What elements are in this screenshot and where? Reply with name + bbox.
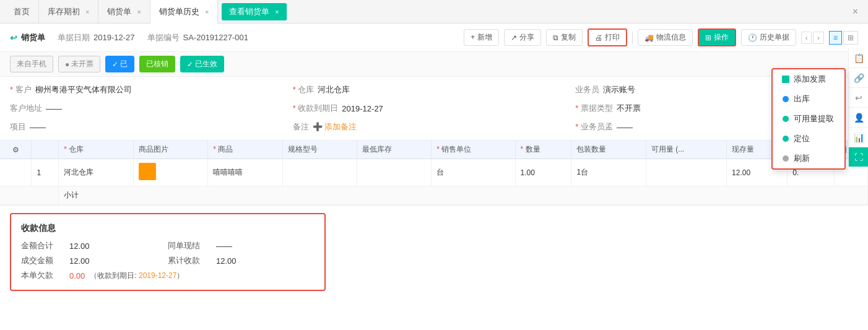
staff2-label: 业务员孟 [575,121,613,132]
operation-btn[interactable]: ⊞ 操作 [698,28,736,46]
same-order-row: 同单现结 —— [168,240,315,251]
right-btn-5[interactable]: 📊 [849,128,868,147]
product-img [139,163,156,180]
dropdown-add-invoice[interactable]: 添加发票 [773,69,844,89]
row-pack-qty: 1台 [571,159,646,186]
tab-check-sales[interactable]: 查看销货单 × [222,3,287,20]
doc-header: ↩ 销货单 单据日期 2019-12-27 单据编号 SA-20191227-0… [0,24,868,52]
doc-title-icon: ↩ [10,33,17,43]
row-sales-unit: 台 [432,159,515,186]
tab-check-sales-label: 查看销货单 [229,6,269,17]
row-gear [0,159,32,186]
right-toolbar: 📋 🔗 ↩ 👤 📊 ⛶ [848,48,868,167]
note-add-btn[interactable]: ➕ 添加备注 [313,121,357,132]
tab-sales-order[interactable]: 销货单 × [98,0,150,24]
view-grid-btn[interactable]: ⊞ [843,31,858,45]
tab-sales-order-close[interactable]: × [137,8,141,15]
copy-btn[interactable]: ⧉ 复制 [546,29,583,46]
row-min-stock [357,159,431,186]
refresh-icon [781,154,790,163]
col-spec: 规格型号 [282,141,357,159]
operation-icon: ⊞ [705,33,711,42]
right-btn-2[interactable]: 🔗 [849,68,868,88]
tab-check-sales-close[interactable]: × [275,8,279,15]
tab-inventory-init-close[interactable]: × [85,8,89,15]
from-phone-btn[interactable]: 来自手机 [10,56,53,72]
right-btn-1[interactable]: 📋 [849,48,868,68]
main-container: ↩ 销货单 单据日期 2019-12-27 单据编号 SA-20191227-0… [0,24,868,330]
doc-number-meta: 单据编号 SA-20191227-001 [147,32,249,43]
address-label: 客户地址 [10,103,42,114]
project-field: 项目 —— [10,121,293,132]
print-icon: 🖨 [595,33,602,42]
view-list-btn[interactable]: ≡ [829,31,842,45]
copy-label: 复制 [561,32,576,43]
next-arrow[interactable]: › [813,32,824,44]
dropdown-outbound[interactable]: 出库 [773,89,844,109]
history-icon: 🕐 [748,33,757,42]
prev-arrow[interactable]: ‹ [801,32,812,44]
doc-title: ↩ 销货单 [10,32,45,43]
not-opened-btn[interactable]: ● 未开票 [58,56,100,72]
transaction-row: 成交金额 12.00 [21,255,168,266]
check-label: 已 [120,59,128,69]
col-warehouse: * 仓库 [59,141,133,159]
dropdown-refresh[interactable]: 刷新 [773,149,844,168]
dropdown-available-pickup[interactable]: 可用量提取 [773,109,844,129]
available-pickup-label: 可用量提取 [794,113,834,124]
logistics-btn[interactable]: 🚚 物流信息 [638,29,693,46]
doc-number-label: 单据编号 [147,32,180,43]
same-order-label: 同单现结 [168,240,211,251]
tab-sales-history[interactable]: 销货单历史 × [150,0,218,24]
payment-date-label: 收款到期日 [293,103,339,114]
tab-home[interactable]: 首页 [5,0,39,24]
subtotal-row: 小计 [0,186,868,205]
tab-sales-history-close[interactable]: × [205,8,209,15]
separator-1 [632,32,633,44]
note-field: 备注 ➕ 添加备注 [293,121,576,132]
dropdown-locate[interactable]: 定位 [773,129,844,149]
print-btn[interactable]: 🖨 打印 [588,28,627,46]
tab-sales-order-label: 销货单 [107,6,131,17]
print-label: 打印 [605,32,620,43]
sold-out-btn[interactable]: 已核销 [139,56,175,72]
col-gear: ⚙ [0,141,32,159]
customer-label: 客户 [10,84,32,95]
table-row: 1 河北仓库 嘻嘻嘻嘻 台 1.00 1台 12.00 0. [0,159,868,186]
invoice-type-value: 不开票 [617,103,641,114]
col-product: * 商品 [208,141,282,159]
form-row-2: 客户地址 —— 收款到期日 2019-12-27 票据类型 不开票 [10,103,858,114]
right-btn-6[interactable]: ⛶ [849,147,868,167]
right-btn-4[interactable]: 👤 [849,108,868,128]
transaction-value: 12.00 [69,256,90,266]
transaction-label: 成交金额 [21,255,64,266]
doc-date-value: 2019-12-27 [93,33,135,42]
share-btn[interactable]: ↗ 分享 [504,29,541,46]
warehouse-label: 仓库 [293,84,315,95]
tab-bar-close-btn[interactable]: × [848,6,863,17]
staff-value: 演示账号 [603,84,635,95]
subtotal-label [0,186,59,205]
col-qty: * 数量 [515,141,571,159]
summary-section: 收款信息 金额合计 12.00 同单现结 —— 成交金额 12.00 累计收款 … [10,213,326,291]
tab-inventory-init[interactable]: 库存期初 × [39,0,98,24]
warehouse-value: 河北仓库 [318,84,350,95]
effective-btn[interactable]: ✓ 已生效 [180,56,224,72]
new-btn[interactable]: + 新增 [464,29,498,46]
refresh-label: 刷新 [794,153,810,164]
row-product-img [133,159,207,186]
payment-date-value: 2019-12-27 [342,104,383,113]
check-btn[interactable]: ✓ 已 [105,56,134,72]
row-product: 嘻嘻嘻嘻 [208,159,282,186]
right-btn-3[interactable]: ↩ [849,88,868,108]
due-note: （收款到期日: 2019-12-27） [90,271,184,281]
not-opened-label: 未开票 [71,59,93,69]
row-warehouse: 河北仓库 [59,159,133,186]
doc-number-value: SA-20191227-001 [183,33,249,42]
doc-actions: + 新增 ↗ 分享 ⧉ 复制 🖨 打印 🚚 物流信息 ⊞ 操作 [464,28,858,46]
tab-home-label: 首页 [14,6,30,17]
address-value: —— [46,104,62,113]
history-btn[interactable]: 🕐 历史单据 [741,29,796,46]
history-label: 历史单据 [760,32,789,43]
available-pickup-icon [781,115,790,123]
